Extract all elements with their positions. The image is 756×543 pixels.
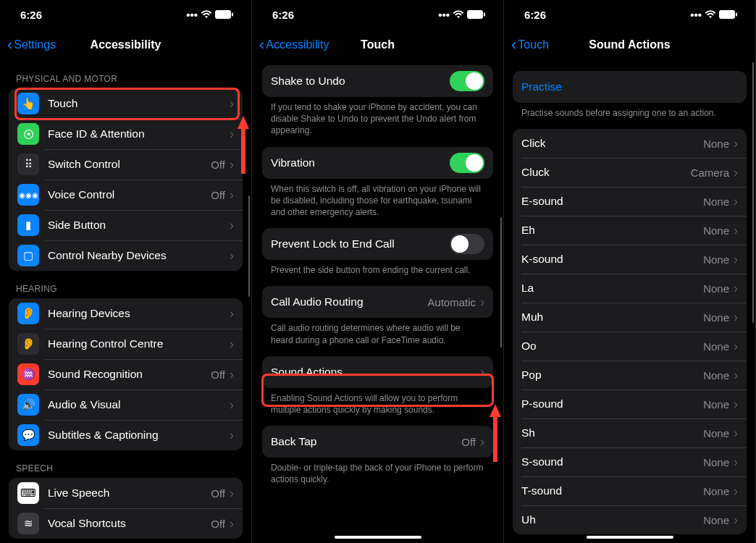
physical-item-row[interactable]: 👆Touch› — [9, 88, 243, 119]
sound-row[interactable]: ClickNone› — [513, 129, 747, 158]
sound-value: None — [703, 369, 729, 382]
status-time: 6:26 — [272, 9, 294, 21]
back-label: Settings — [14, 38, 56, 51]
touch-setting-row[interactable]: Sound Actions› — [262, 356, 493, 388]
chevron-right-icon: › — [230, 486, 234, 501]
hearing-item-icon: 💬 — [17, 424, 39, 446]
sound-label: La — [521, 282, 703, 295]
sound-label: Cluck — [521, 166, 691, 179]
chevron-right-icon: › — [230, 428, 234, 443]
sound-row[interactable]: MuhNone› — [513, 303, 747, 332]
sound-row[interactable]: K-soundNone› — [513, 245, 747, 274]
sound-row[interactable]: OoNone› — [513, 332, 747, 361]
back-button[interactable]: ‹ Touch — [511, 37, 549, 53]
physical-item-row[interactable]: ⦿Face ID & Attention› — [9, 119, 243, 149]
wifi-icon — [201, 9, 212, 21]
physical-item-icon: 👆 — [17, 93, 39, 114]
nav-bar: ‹ Accessibility Touch — [252, 29, 503, 61]
back-button[interactable]: ‹ Settings — [7, 37, 56, 53]
sound-row[interactable]: UhNone› — [513, 505, 747, 534]
hearing-item-row[interactable]: ♒Sound RecognitionOff› — [9, 359, 243, 390]
practise-label: Practise — [521, 80, 738, 93]
chevron-right-icon: › — [734, 426, 738, 441]
back-button[interactable]: ‹ Accessibility — [259, 37, 329, 53]
chevron-left-icon: ‹ — [7, 37, 12, 53]
cell-icon: ••• — [186, 9, 198, 21]
physical-item-label: Side Button — [48, 219, 230, 232]
physical-item-label: Voice Control — [48, 188, 211, 201]
speech-item-label: Vocal Shortcuts — [48, 517, 211, 530]
chevron-right-icon: › — [480, 434, 484, 450]
hearing-item-icon: 👂 — [17, 333, 39, 355]
battery-icon — [719, 9, 738, 21]
chevron-left-icon: ‹ — [259, 37, 264, 53]
sound-row[interactable]: T-soundNone› — [513, 476, 747, 505]
scrollbar[interactable] — [752, 62, 755, 323]
sound-row[interactable]: CluckCamera› — [513, 158, 747, 187]
home-indicator[interactable] — [335, 536, 421, 539]
hearing-item-row[interactable]: 🔊Audio & Visual› — [9, 390, 243, 420]
status-icons: ••• — [186, 9, 234, 21]
sound-label: Pop — [521, 369, 703, 382]
chevron-right-icon: › — [734, 397, 738, 412]
sound-value: None — [703, 138, 729, 150]
sound-value: None — [703, 485, 729, 497]
setting-label: Vibration — [271, 156, 450, 169]
chevron-right-icon: › — [230, 188, 234, 203]
scrollbar[interactable] — [248, 195, 251, 297]
toggle-switch[interactable] — [450, 71, 484, 91]
physical-item-icon: ⦿ — [17, 123, 39, 145]
speech-item-row[interactable]: ≋Vocal ShortcutsOff› — [9, 508, 243, 539]
sound-value: None — [703, 311, 729, 324]
status-icons: ••• — [690, 9, 738, 21]
hearing-item-row[interactable]: 👂Hearing Devices› — [9, 298, 243, 329]
chevron-right-icon: › — [734, 368, 738, 383]
setting-footer: Call audio routing determines where audi… — [262, 318, 493, 355]
physical-item-row[interactable]: ▮Side Button› — [9, 210, 243, 240]
touch-setting-row[interactable]: Back TapOff› — [262, 426, 493, 458]
svg-rect-2 — [467, 10, 483, 19]
svg-rect-3 — [484, 12, 485, 16]
hearing-item-row[interactable]: 💬Subtitles & Captioning› — [9, 420, 243, 450]
hearing-item-row[interactable]: 👂Hearing Control Centre› — [9, 329, 243, 359]
chevron-right-icon: › — [734, 194, 738, 209]
home-indicator[interactable] — [587, 536, 673, 539]
sound-value: None — [703, 427, 729, 439]
chevron-right-icon: › — [734, 223, 738, 238]
touch-setting-row[interactable]: Vibration — [262, 147, 493, 179]
sound-value: None — [703, 282, 729, 295]
sound-row[interactable]: LaNone› — [513, 274, 747, 303]
physical-item-icon: ⠿ — [17, 153, 39, 175]
sound-row[interactable]: ShNone› — [513, 418, 747, 447]
sound-row[interactable]: E-soundNone› — [513, 187, 747, 216]
sound-row[interactable]: P-soundNone› — [513, 390, 747, 418]
practise-row[interactable]: Practise — [513, 71, 747, 103]
hearing-item-value: Off — [211, 369, 225, 381]
sound-value: None — [703, 456, 729, 468]
sound-row[interactable]: S-soundNone› — [513, 447, 747, 476]
speech-item-value: Off — [211, 487, 225, 500]
setting-label: Back Tap — [271, 435, 461, 448]
speech-item-row[interactable]: ⌨Live SpeechOff› — [9, 478, 243, 508]
toggle-switch[interactable] — [450, 234, 484, 254]
physical-item-row[interactable]: ▢Control Nearby Devices› — [9, 240, 243, 271]
physical-item-row[interactable]: ◉◉◉Voice ControlOff› — [9, 180, 243, 210]
touch-setting-row[interactable]: Call Audio RoutingAutomatic› — [262, 286, 493, 318]
cell-icon: ••• — [690, 9, 702, 21]
speech-item-label: Live Speech — [48, 487, 211, 500]
setting-value: Automatic — [427, 296, 476, 308]
sound-row[interactable]: PopNone› — [513, 361, 747, 390]
scrollbar[interactable] — [500, 217, 503, 348]
speech-item-icon: ⌨ — [17, 482, 39, 504]
physical-item-row[interactable]: ⠿Switch ControlOff› — [9, 149, 243, 180]
sound-label: Sh — [521, 426, 703, 439]
hearing-item-label: Sound Recognition — [48, 368, 211, 381]
sound-label: E-sound — [521, 195, 703, 208]
touch-setting-row[interactable]: Shake to Undo — [262, 65, 493, 97]
sound-label: K-sound — [521, 253, 703, 266]
sound-row[interactable]: EhNone› — [513, 216, 747, 245]
status-time: 6:26 — [524, 9, 546, 21]
setting-footer: Double- or triple-tap the back of your i… — [262, 458, 493, 495]
toggle-switch[interactable] — [450, 153, 484, 173]
touch-setting-row[interactable]: Prevent Lock to End Call — [262, 228, 493, 260]
